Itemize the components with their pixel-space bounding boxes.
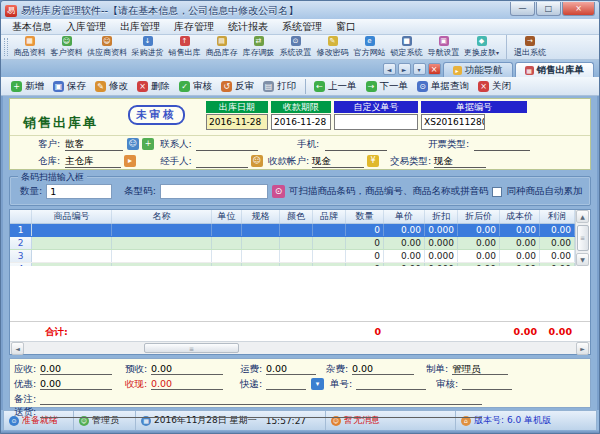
- btn-stock-transfer[interactable]: ⇄ 库存调拨: [240, 35, 277, 59]
- btn-save[interactable]: ▣ 保存: [49, 79, 90, 94]
- header-unit[interactable]: 单位: [212, 210, 242, 223]
- auto-accumulate-checkbox[interactable]: [492, 187, 502, 197]
- scroll-left-icon[interactable]: ◄: [11, 342, 24, 355]
- contact-input[interactable]: [196, 138, 258, 151]
- header-spec[interactable]: 规格: [242, 210, 280, 223]
- horizontal-scrollbar[interactable]: ◄ ≡ ►: [10, 341, 590, 354]
- menu-outbound[interactable]: 出库管理: [113, 19, 167, 35]
- header-name[interactable]: 名称: [112, 210, 212, 223]
- scroll-right-icon[interactable]: ►: [576, 342, 589, 355]
- account-select-icon[interactable]: ¥: [367, 155, 379, 167]
- menu-inventory[interactable]: 库存管理: [167, 19, 221, 35]
- barcode-search-icon[interactable]: ⊙: [272, 185, 285, 198]
- tab-sales-outbound[interactable]: ▦ 销售出库单: [515, 62, 595, 77]
- receivable-input[interactable]: 0.00: [40, 363, 112, 375]
- vertical-scrollbar[interactable]: ▲ ≡ ▼: [575, 210, 589, 266]
- btn-purchase-in[interactable]: ↓ 采购进货: [129, 35, 166, 59]
- tab-function-nav[interactable]: ▸ 功能导航: [443, 62, 513, 77]
- btn-unaudit[interactable]: ↺ 反审: [217, 79, 258, 94]
- qty-input[interactable]: 1: [46, 184, 112, 199]
- table-row[interactable]: 1 0 0.00 0.000 0.00 0.00 0: [10, 224, 575, 237]
- btn-nav-settings[interactable]: ▣ 导航设置: [425, 35, 462, 59]
- btn-official-website[interactable]: e 官方网站: [351, 35, 388, 59]
- btn-exit-system[interactable]: → 退出系统: [506, 35, 548, 59]
- totals-profit: 0.00: [540, 322, 575, 341]
- table-row[interactable]: 2 0 0.00 0.000 0.00 0.00 0: [10, 237, 575, 250]
- field-value[interactable]: 2016-11-28: [206, 114, 268, 130]
- customer-search-icon[interactable]: ☺: [127, 138, 139, 150]
- minimize-button[interactable]: —: [510, 2, 535, 16]
- btn-system-settings[interactable]: ⊙ 系统设置: [277, 35, 314, 59]
- field-value[interactable]: XS201611280001: [421, 114, 485, 130]
- delivery-input[interactable]: [40, 406, 482, 418]
- menu-system[interactable]: 系统管理: [275, 19, 329, 35]
- header-discount[interactable]: 折扣: [425, 210, 458, 223]
- header-discounted-price[interactable]: 折后价: [458, 210, 500, 223]
- precollect-input[interactable]: 0.00: [151, 363, 223, 375]
- freight-input[interactable]: 0.00: [266, 363, 316, 375]
- express-input[interactable]: [266, 378, 306, 390]
- scroll-down-icon[interactable]: ▼: [576, 253, 589, 266]
- discount-input[interactable]: 0.00: [40, 378, 112, 390]
- customer-input[interactable]: 散客: [65, 138, 123, 151]
- btn-print[interactable]: ▤ 打印: [259, 79, 300, 94]
- menu-reports[interactable]: 统计报表: [221, 19, 275, 35]
- btn-delete[interactable]: × 删除: [133, 79, 174, 94]
- btn-change-skin[interactable]: ◆ 更换皮肤▾: [462, 35, 501, 59]
- header-qty[interactable]: 数量: [346, 210, 384, 223]
- tracking-no-input[interactable]: [356, 378, 426, 390]
- misc-fee-input[interactable]: 0.00: [352, 363, 414, 375]
- vertical-scroll-thumb[interactable]: ≡: [577, 225, 589, 251]
- tab-scroll-left-icon[interactable]: ◄: [383, 63, 396, 75]
- barcode-input[interactable]: [160, 184, 268, 199]
- tab-close-icon[interactable]: ×: [428, 63, 441, 75]
- btn-audit[interactable]: ✓ 审核: [175, 79, 216, 94]
- btn-customer-data[interactable]: ☺ 客户资料: [48, 35, 85, 59]
- horizontal-scroll-thumb[interactable]: ≡: [144, 343, 239, 353]
- horizontal-scroll-track[interactable]: ≡: [24, 343, 576, 354]
- btn-new[interactable]: + 新增: [7, 79, 48, 94]
- warehouse-input[interactable]: 主仓库: [65, 155, 121, 168]
- field-value[interactable]: [334, 114, 418, 130]
- express-dropdown-icon[interactable]: ▾: [311, 378, 324, 390]
- warehouse-browse-icon[interactable]: ▸: [124, 155, 136, 167]
- btn-edit[interactable]: ✎ 修改: [91, 79, 132, 94]
- cell-cost: 0.00: [500, 224, 540, 236]
- header-price[interactable]: 单价: [384, 210, 425, 223]
- tab-menu-icon[interactable]: ▾: [413, 63, 426, 75]
- btn-prev-order[interactable]: ← 上一单: [305, 79, 361, 94]
- menu-basic-info[interactable]: 基本信息: [5, 19, 59, 35]
- tab-scroll-right-icon[interactable]: ►: [398, 63, 411, 75]
- btn-close[interactable]: × 关闭: [474, 79, 515, 94]
- payment-account-input[interactable]: 现金: [312, 155, 364, 168]
- header-brand[interactable]: 品牌: [313, 210, 346, 223]
- btn-order-query[interactable]: ⊙ 单据查询: [413, 79, 473, 94]
- btn-goods-stock[interactable]: ▤ 商品库存: [203, 35, 240, 59]
- handler-select-icon[interactable]: ☺: [251, 155, 263, 167]
- header-cost[interactable]: 成本价: [500, 210, 540, 223]
- header-profit[interactable]: 利润: [540, 210, 575, 223]
- mobile-input[interactable]: [325, 138, 387, 151]
- btn-supplier-data[interactable]: ☺ 供应商资料: [85, 35, 129, 59]
- table-row[interactable]: 3 0 0.00 0.000 0.00 0.00 0: [10, 250, 575, 263]
- btn-goods-data[interactable]: ▦ 商品资料: [11, 35, 48, 59]
- cash-input[interactable]: 0.00: [151, 378, 223, 390]
- header-product-code[interactable]: 商品编号: [32, 210, 112, 223]
- invoice-type-input[interactable]: [474, 138, 530, 151]
- scroll-up-icon[interactable]: ▲: [576, 210, 589, 223]
- btn-change-password[interactable]: ✎ 修改密码: [314, 35, 351, 59]
- close-button[interactable]: ×: [562, 2, 595, 16]
- header-color[interactable]: 颜色: [280, 210, 313, 223]
- menu-window[interactable]: 窗口: [329, 19, 363, 35]
- remark-input[interactable]: [40, 393, 482, 405]
- btn-next-order[interactable]: → 下一单: [362, 79, 413, 94]
- handler-input[interactable]: [196, 155, 248, 168]
- btn-lock-system[interactable]: ■ 锁定系统: [388, 35, 425, 59]
- btn-sales-out[interactable]: ↑ 销售出库: [166, 35, 203, 59]
- field-value[interactable]: 2016-11-28: [271, 114, 331, 130]
- trade-type-input[interactable]: 现金: [434, 155, 486, 168]
- toolbar-grip[interactable]: [4, 38, 8, 56]
- menu-inbound[interactable]: 入库管理: [59, 19, 113, 35]
- maximize-button[interactable]: □: [536, 2, 561, 16]
- customer-add-icon[interactable]: +: [142, 138, 154, 150]
